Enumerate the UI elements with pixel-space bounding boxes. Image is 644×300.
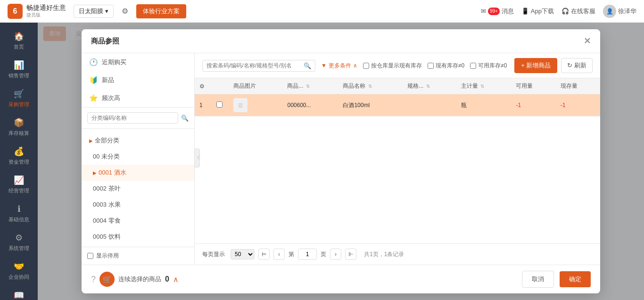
row-no: 1 [195, 94, 212, 117]
row-stock: -1 [556, 94, 600, 117]
next-page-btn[interactable]: › [330, 249, 341, 260]
product-search-icon[interactable]: 🔍 [304, 62, 311, 69]
modal-body: 🕐 近期购买 🔰 新品 ⭐ 频次高 [82, 53, 600, 265]
category-search-icon[interactable]: 🔍 [181, 115, 189, 122]
unit-col-header[interactable]: 主计量 ⇅ [456, 78, 512, 94]
sidebar-item-basic[interactable]: ℹ 基础信息 [0, 199, 38, 228]
sidebar-label-finance: 资金管理 [8, 158, 29, 166]
more-filter-btn[interactable]: ▼ 更多条件 ∧ [321, 62, 357, 70]
user-menu[interactable]: 👤 徐泽华 [603, 5, 636, 18]
cancel-button[interactable]: 取消 [522, 271, 554, 288]
sidebar-item-operation[interactable]: 📈 经营管理 [0, 170, 38, 199]
tab-frequent[interactable]: ⭐ 频次高 [82, 89, 194, 107]
sidebar: 🏠 首页 📊 销售管理 🛒 采购管理 📦 库存核算 💰 资金管理 📈 经营管理 … [0, 23, 38, 300]
gear-button[interactable]: ⚙ [117, 4, 132, 19]
prev-page-btn[interactable]: ‹ [273, 249, 285, 260]
add-product-button[interactable]: + 新增商品 [514, 58, 557, 73]
footer-collapse-btn[interactable]: ∧ [173, 275, 179, 284]
stock-nonzero-checkbox[interactable] [428, 63, 434, 69]
spec-sort-icon: ⇅ [426, 83, 430, 89]
category-0001[interactable]: ▶ 0001 酒水 [82, 165, 194, 181]
operation-icon: 📈 [14, 175, 24, 185]
sidebar-label-system: 系统管理 [8, 245, 29, 252]
trial-button[interactable]: 体验行业方案 [136, 4, 186, 18]
content-area: 查询 设置 刷新 商品参照 ✕ 🕐 [38, 23, 644, 300]
warehouse-display-checkbox[interactable] [363, 63, 369, 69]
finance-icon: 💰 [14, 146, 24, 157]
category-0003[interactable]: 0003 水果 [82, 197, 194, 213]
product-table: ⚙ 商品图片 商品... ⇅ 商品名称 [195, 78, 600, 117]
sales-icon: 📊 [14, 60, 24, 70]
filter-collapse-icon: ∧ [353, 62, 357, 69]
category-all[interactable]: ▶ 全部分类 [82, 133, 194, 149]
category-0004[interactable]: 0004 零食 [82, 213, 194, 229]
sidebar-item-guide[interactable]: 📖 新手引导 [0, 285, 38, 300]
modal-left-panel: 🕐 近期购买 🔰 新品 ⭐ 频次高 [82, 53, 195, 265]
unit-sort-icon: ⇅ [480, 83, 484, 89]
sidebar-label-basic: 基础信息 [8, 216, 29, 223]
online-service-btn[interactable]: 🎧 在线客服 [561, 7, 595, 16]
filter-label: 更多条件 [329, 62, 351, 70]
tab-recent-purchase[interactable]: 🕐 近期购买 [82, 53, 194, 71]
basic-icon: ℹ [17, 204, 21, 214]
category-0005[interactable]: 0005 饮料 [82, 229, 194, 245]
page-number-input[interactable] [298, 249, 317, 260]
show-disabled-label: 显示停用 [96, 252, 119, 260]
code-col-header[interactable]: 商品... ⇅ [282, 78, 338, 94]
spec-col-header[interactable]: 规格... ⇅ [403, 78, 456, 94]
available-nonzero-filter[interactable]: 可用库存≠0 [470, 62, 507, 70]
confirm-button[interactable]: 确定 [560, 271, 591, 287]
stock-col-header: 现存量 [556, 78, 600, 94]
checkbox-col-header [212, 78, 229, 94]
sidebar-item-finance[interactable]: 💰 资金管理 [0, 142, 38, 170]
sidebar-item-home[interactable]: 🏠 首页 [0, 26, 38, 55]
category-list: ▶ 全部分类 00 未分类 ▶ 0001 酒水 0002 茶 [82, 129, 194, 247]
table-row[interactable]: 1 🖼 000600... 白酒100ml 瓶 [195, 94, 600, 117]
store-selector[interactable]: 日太阳膜 ▾ [74, 5, 114, 18]
row-checkbox[interactable] [212, 94, 229, 117]
guide-icon: 📖 [14, 290, 24, 300]
tab-new-product[interactable]: 🔰 新品 [82, 71, 194, 89]
modal-close-button[interactable]: ✕ [584, 36, 591, 46]
left-panel-collapse-btn[interactable]: 《 [194, 149, 200, 167]
messages-btn[interactable]: ✉ 99+ 消息 [481, 7, 514, 16]
filter-icon: ▼ [321, 62, 327, 69]
cat-label-0001: 0001 酒水 [99, 168, 126, 177]
warehouse-display-filter[interactable]: 按仓库显示现有库存 [363, 62, 422, 70]
sidebar-item-collab[interactable]: 🤝 企业协同 [0, 257, 38, 285]
refresh-button[interactable]: ↻ 刷新 [561, 58, 593, 73]
last-page-btn[interactable]: ⊩ [345, 249, 356, 260]
row-spec [403, 94, 456, 117]
first-page-btn[interactable]: ⊨ [258, 249, 270, 260]
row-available: -1 [511, 94, 555, 117]
product-thumbnail: 🖼 [233, 98, 248, 112]
star-icon: ⭐ [89, 94, 98, 102]
sidebar-item-purchase[interactable]: 🛒 采购管理 [0, 84, 38, 113]
name-col-header[interactable]: 商品名称 ⇅ [338, 78, 403, 94]
available-nonzero-checkbox[interactable] [470, 63, 476, 69]
sidebar-item-inventory[interactable]: 📦 库存核算 [0, 113, 38, 142]
category-0002[interactable]: 0002 茶叶 [82, 181, 194, 197]
cat-label-all: 全部分类 [95, 136, 119, 145]
clock-icon: 🕐 [89, 58, 98, 67]
tab-new-label: 新品 [102, 76, 114, 84]
cat-label-0002: 0002 茶叶 [93, 184, 121, 193]
sidebar-item-system[interactable]: ⚙ 系统管理 [0, 228, 38, 257]
show-disabled-checkbox[interactable] [87, 253, 93, 259]
category-search-input[interactable] [87, 112, 178, 124]
app-download-btn[interactable]: 📱 App下载 [521, 7, 554, 16]
product-search-bar: 🔍 [202, 60, 315, 72]
cat-label-0005: 0005 饮料 [93, 233, 121, 241]
help-icon[interactable]: ? [91, 275, 96, 284]
cat-label-00: 00 未分类 [93, 152, 120, 161]
per-page-select[interactable]: 10 20 50 100 [231, 249, 255, 259]
inventory-icon: 📦 [14, 117, 24, 128]
sidebar-label-collab: 企业协同 [8, 274, 29, 281]
logo-icon: 6 [8, 4, 23, 19]
settings-col-header[interactable]: ⚙ [195, 78, 212, 94]
product-search-input[interactable] [206, 62, 301, 69]
app-name: 畅捷通好生意 [26, 4, 66, 12]
sidebar-item-sales[interactable]: 📊 销售管理 [0, 55, 38, 84]
category-00[interactable]: 00 未分类 [82, 149, 194, 165]
stock-nonzero-filter[interactable]: 现有库存≠0 [428, 62, 464, 70]
